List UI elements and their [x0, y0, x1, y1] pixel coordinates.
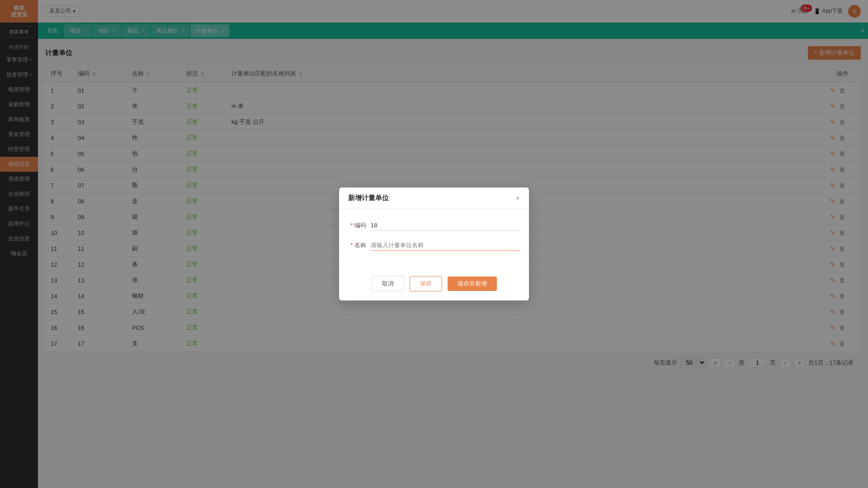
- modal-header: 新增计量单位 ×: [339, 188, 529, 209]
- modal-body: 编码 名称: [339, 209, 529, 271]
- name-field-input[interactable]: [371, 240, 520, 251]
- code-field-label: 编码: [348, 221, 366, 230]
- form-row-name: 名称: [348, 240, 520, 251]
- save-continue-button[interactable]: 保存并新增: [448, 277, 497, 291]
- save-button[interactable]: 保存: [410, 276, 442, 291]
- cancel-button[interactable]: 取消: [372, 276, 404, 291]
- modal-title: 新增计量单位: [348, 194, 389, 202]
- add-unit-modal: 新增计量单位 × 编码 名称 取消 保存 保存并新增: [339, 188, 529, 300]
- modal-footer: 取消 保存 保存并新增: [339, 271, 529, 300]
- modal-close-button[interactable]: ×: [516, 194, 520, 202]
- form-row-code: 编码: [348, 220, 520, 231]
- modal-overlay[interactable]: 新增计量单位 × 编码 名称 取消 保存 保存并新增: [0, 0, 868, 488]
- code-field-input[interactable]: [371, 220, 520, 231]
- name-field-label: 名称: [348, 241, 366, 249]
